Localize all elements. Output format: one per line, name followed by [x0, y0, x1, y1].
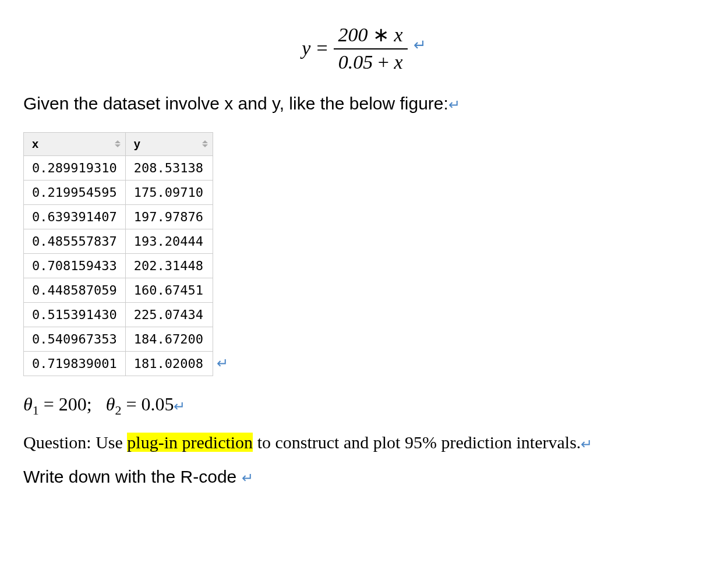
cell-y: 225.07434 [125, 302, 213, 327]
write-text: Write down with the R-code [23, 467, 242, 486]
theta1-symbol: θ [23, 394, 33, 415]
table-row: 0.515391430225.07434 [24, 302, 213, 327]
cell-y: 193.20444 [125, 229, 213, 253]
table-row: 0.219954595175.09710 [24, 180, 213, 204]
equals-sign: = [316, 37, 327, 61]
cell-x: 0.719839001 [24, 351, 126, 376]
sort-icon[interactable] [115, 140, 121, 147]
denominator-a: 0.05 [338, 51, 373, 73]
denominator-b: x [394, 51, 402, 73]
cell-x: 0.639391407 [24, 204, 126, 229]
paragraph-mark-icon: ↵ [414, 36, 426, 54]
question-suffix: to construct and plot 95% prediction int… [253, 433, 581, 452]
numerator-b: x [394, 24, 403, 45]
paragraph-mark-icon: ↵ [217, 355, 228, 388]
header-label-x: x [32, 137, 38, 150]
header-label-y: y [134, 137, 140, 150]
paragraph-mark-icon: ↵ [174, 398, 185, 413]
cell-y: 202.31448 [125, 253, 213, 278]
cell-y: 184.67200 [125, 327, 213, 351]
theta2-value: = 0.05 [126, 394, 174, 415]
paragraph-mark-icon: ↵ [242, 470, 253, 486]
column-header-x[interactable]: x [24, 132, 126, 155]
cell-y: 208.53138 [125, 155, 213, 180]
cell-x: 0.708159433 [24, 253, 126, 278]
data-table: x y 0.289919310208.53138 0.219954595175.… [23, 132, 213, 376]
cell-x: 0.219954595 [24, 180, 126, 204]
paragraph-mark-icon: ↵ [581, 437, 592, 452]
paragraph-mark-icon: ↵ [448, 97, 460, 112]
intro-text-line: Given the dataset involve x and y, like … [23, 92, 705, 115]
question-prefix: Question: Use [23, 433, 127, 452]
fraction: 200 ∗ x 0.05 + x [334, 23, 408, 75]
table-row: 0.708159433202.31448 [24, 253, 213, 278]
theta1-value: = 200; [44, 394, 92, 415]
cell-x: 0.515391430 [24, 302, 126, 327]
cell-x: 0.289919310 [24, 155, 126, 180]
numerator-op: ∗ [373, 24, 389, 45]
column-header-y[interactable]: y [125, 132, 213, 155]
theta2-sub: 2 [115, 403, 121, 417]
question-highlight: plug-in prediction [127, 433, 253, 452]
theta2-symbol: θ [106, 394, 115, 415]
cell-x: 0.448587059 [24, 278, 126, 302]
cell-x: 0.540967353 [24, 327, 126, 351]
equation-block: y = 200 ∗ x 0.05 + x ↵ [23, 23, 705, 75]
cell-y: 160.67451 [125, 278, 213, 302]
table-row: 0.540967353184.67200 [24, 327, 213, 351]
cell-y: 197.97876 [125, 204, 213, 229]
cell-y: 175.09710 [125, 180, 213, 204]
table-row: 0.639391407197.97876 [24, 204, 213, 229]
sort-icon[interactable] [202, 140, 208, 147]
table-row: 0.485557837193.20444 [24, 229, 213, 253]
table-row: 0.289919310208.53138 [24, 155, 213, 180]
equation-lhs: y [302, 37, 310, 61]
write-line: Write down with the R-code ↵ [23, 467, 705, 487]
cell-x: 0.485557837 [24, 229, 126, 253]
numerator-a: 200 [338, 24, 368, 45]
table-row: 0.448587059160.67451 [24, 278, 213, 302]
cell-y: 181.02008 [125, 351, 213, 376]
denominator-op: + [378, 51, 389, 73]
table-row: 0.719839001181.02008 [24, 351, 213, 376]
question-line: Question: Use plug-in prediction to cons… [23, 433, 705, 452]
theta1-sub: 1 [33, 403, 39, 417]
intro-text: Given the dataset involve x and y, like … [23, 94, 448, 113]
theta-params: θ1 = 200; θ2 = 0.05↵ [23, 394, 705, 418]
